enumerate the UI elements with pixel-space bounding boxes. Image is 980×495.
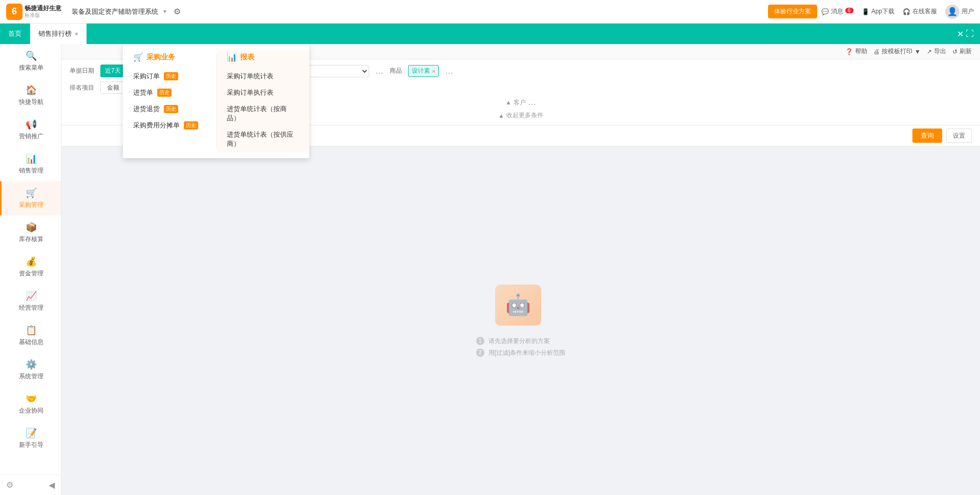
search-icon: 🔍 bbox=[26, 50, 37, 61]
system-icon: ⚙️ bbox=[26, 359, 37, 370]
inventory-icon: 📦 bbox=[26, 222, 37, 233]
sidebar-item-basic[interactable]: 📋 基础信息 bbox=[0, 318, 61, 353]
sidebar-bottom: ⚙ ◀ bbox=[0, 475, 61, 495]
goods-return-badge: 历史 bbox=[164, 105, 178, 113]
sidebar-item-label: 采购管理 bbox=[19, 201, 44, 209]
logo-main: 畅捷通好生意 bbox=[25, 5, 61, 12]
sidebar-item-label: 销售管理 bbox=[19, 166, 44, 175]
logo-text: 畅捷通好生意 标准版 bbox=[25, 5, 61, 18]
menu-item-label: 采购费用分摊单 bbox=[133, 121, 180, 130]
content-area: ❓ 帮助 🖨 按模板打印 ▼ ↗ 导出 ↺ 刷新 单据日期 近7天 bbox=[61, 44, 980, 495]
menu-item-purchase-order-stats[interactable]: 采购订单统计表 bbox=[223, 68, 304, 84]
logo-sub: 标准版 bbox=[25, 12, 61, 18]
tab-actions: ✕ ⛶ bbox=[957, 29, 980, 39]
sidebar-item-label: 资金管理 bbox=[19, 269, 44, 278]
basic-icon: 📋 bbox=[26, 325, 37, 336]
sidebar-item-label: 系统管理 bbox=[19, 372, 44, 381]
menu-item-label: 采购订单统计表 bbox=[227, 72, 273, 81]
reports-section-title: 📊 报表 bbox=[223, 50, 304, 66]
maximize-btn[interactable]: ⛶ bbox=[966, 29, 974, 38]
menu-item-label: 进货单统计表（按供应商） bbox=[227, 130, 300, 148]
sidebar-item-label: 新手引导 bbox=[19, 441, 44, 449]
home-icon: 🏠 bbox=[26, 84, 37, 96]
sidebar-item-label: 企业协同 bbox=[19, 406, 44, 415]
sidebar-item-sales[interactable]: 📊 销售管理 bbox=[0, 147, 61, 181]
purchase-dropdown-menu: 🛒 采购业务 采购订单 历史 进货单 历史 进货退货 历史 bbox=[123, 44, 309, 158]
sidebar-item-label: 库存核算 bbox=[19, 235, 44, 244]
top-bar: 6 畅捷通好生意 标准版 装备及固定资产辅助管理系统 ▼ ⚙ 体验行业方案 💬 … bbox=[0, 0, 980, 24]
purchase-section-icon: 🛒 bbox=[133, 52, 143, 62]
menu-item-purchase-order[interactable]: 采购订单 历史 bbox=[129, 68, 210, 84]
message-badge: 6 bbox=[845, 8, 854, 13]
sidebar-item-enterprise[interactable]: 🤝 企业协同 bbox=[0, 387, 61, 421]
menu-item-label: 进货退货 bbox=[133, 104, 160, 114]
sidebar-item-marketing[interactable]: 📢 营销推广 bbox=[0, 113, 61, 147]
settings-icon[interactable]: ⚙ bbox=[174, 7, 181, 16]
app-download-btn[interactable]: 📱 App下载 bbox=[862, 7, 894, 16]
sidebar-item-label: 基础信息 bbox=[19, 338, 44, 347]
menu-item-label: 采购订单执行表 bbox=[227, 88, 273, 97]
close-tab-btn[interactable]: ✕ bbox=[957, 29, 964, 39]
sidebar-item-operations[interactable]: 📈 经营管理 bbox=[0, 284, 61, 318]
sidebar-item-finance[interactable]: 💰 资金管理 bbox=[0, 250, 61, 284]
nav-tabs: 首页 销售排行榜 × ✕ ⛶ bbox=[0, 24, 980, 44]
sidebar-settings-icon[interactable]: ⚙ bbox=[6, 480, 13, 490]
purchase-expense-badge: 历史 bbox=[184, 121, 198, 130]
industry-btn[interactable]: 体验行业方案 bbox=[768, 5, 817, 18]
sidebar-item-label: 营销推广 bbox=[19, 132, 44, 141]
sidebar-item-label: 经营管理 bbox=[19, 304, 44, 312]
logo-area: 6 畅捷通好生意 标准版 bbox=[6, 4, 68, 20]
sidebar-item-label: 快捷导航 bbox=[19, 98, 44, 106]
menu-item-goods-receipt[interactable]: 进货单 历史 bbox=[129, 84, 210, 101]
sidebar-collapse-icon[interactable]: ◀ bbox=[49, 480, 55, 490]
sidebar-item-system[interactable]: ⚙️ 系统管理 bbox=[0, 353, 61, 387]
sidebar-item-search[interactable]: 🔍 搜索菜单 bbox=[0, 44, 61, 78]
message-btn[interactable]: 💬 消息 6 bbox=[821, 7, 854, 16]
menu-item-purchase-order-exec[interactable]: 采购订单执行表 bbox=[223, 84, 304, 101]
main-layout: 🔍 搜索菜单 🏠 快捷导航 📢 营销推广 📊 销售管理 🛒 采购管理 📦 库存核… bbox=[0, 44, 980, 495]
sidebar-item-purchase[interactable]: 🛒 采购管理 bbox=[0, 181, 61, 216]
system-name: 装备及固定资产辅助管理系统 ▼ ⚙ bbox=[72, 7, 764, 16]
tab-sales-rank[interactable]: 销售排行榜 × bbox=[30, 24, 87, 44]
reports-section: 📊 报表 采购订单统计表 采购订单执行表 进货单统计表（按商品） 进货单统计表（… bbox=[217, 50, 310, 152]
menu-item-label: 进货单 bbox=[133, 88, 153, 97]
marketing-icon: 📢 bbox=[26, 119, 37, 130]
sidebar-item-label: 搜索菜单 bbox=[19, 63, 44, 72]
menu-overlay: 🛒 采购业务 采购订单 历史 进货单 历史 进货退货 历史 bbox=[123, 44, 980, 495]
message-icon: 💬 bbox=[821, 8, 829, 15]
tab-close-icon[interactable]: × bbox=[75, 31, 78, 37]
sales-icon: 📊 bbox=[26, 153, 37, 164]
operations-icon: 📈 bbox=[26, 290, 37, 302]
rank-label: 排名项目 bbox=[70, 83, 94, 92]
phone-icon: 📱 bbox=[862, 8, 869, 15]
menu-item-goods-stats-by-supplier[interactable]: 进货单统计表（按供应商） bbox=[223, 126, 304, 152]
logo-icon: 6 bbox=[6, 4, 23, 20]
tab-home[interactable]: 首页 bbox=[0, 24, 30, 44]
menu-item-goods-stats-by-product[interactable]: 进货单统计表（按商品） bbox=[223, 101, 304, 126]
sidebar-item-quick-nav[interactable]: 🏠 快捷导航 bbox=[0, 78, 61, 113]
sidebar: 🔍 搜索菜单 🏠 快捷导航 📢 营销推广 📊 销售管理 🛒 采购管理 📦 库存核… bbox=[0, 44, 61, 495]
system-chevron-icon[interactable]: ▼ bbox=[162, 9, 167, 14]
purchase-icon: 🛒 bbox=[26, 187, 37, 199]
online-service-btn[interactable]: 🎧 在线客服 bbox=[903, 7, 937, 16]
top-right-actions: 💬 消息 6 📱 App下载 🎧 在线客服 👤 用户 bbox=[821, 5, 974, 19]
headset-icon: 🎧 bbox=[903, 8, 910, 15]
guide-icon: 📝 bbox=[26, 427, 37, 439]
sidebar-item-guide[interactable]: 📝 新手引导 bbox=[0, 421, 61, 456]
date-7days-btn[interactable]: 近7天 bbox=[100, 64, 125, 77]
menu-item-purchase-expense[interactable]: 采购费用分摊单 历史 bbox=[129, 117, 210, 134]
enterprise-icon: 🤝 bbox=[26, 393, 37, 404]
menu-item-label: 进货单统计表（按商品） bbox=[227, 104, 300, 123]
avatar: 👤 bbox=[945, 5, 960, 19]
purchase-business-section: 🛒 采购业务 采购订单 历史 进货单 历史 进货退货 历史 bbox=[123, 50, 216, 152]
goods-receipt-badge: 历史 bbox=[157, 89, 172, 97]
reports-section-icon: 📊 bbox=[227, 52, 237, 62]
date-label: 单据日期 bbox=[70, 67, 94, 75]
menu-item-goods-return[interactable]: 进货退货 历史 bbox=[129, 101, 210, 117]
user-btn[interactable]: 👤 用户 bbox=[945, 5, 974, 19]
purchase-order-badge: 历史 bbox=[164, 72, 178, 80]
menu-item-label: 采购订单 bbox=[133, 72, 160, 81]
finance-icon: 💰 bbox=[26, 256, 37, 267]
sidebar-item-inventory[interactable]: 📦 库存核算 bbox=[0, 216, 61, 250]
purchase-section-title: 🛒 采购业务 bbox=[129, 50, 210, 66]
